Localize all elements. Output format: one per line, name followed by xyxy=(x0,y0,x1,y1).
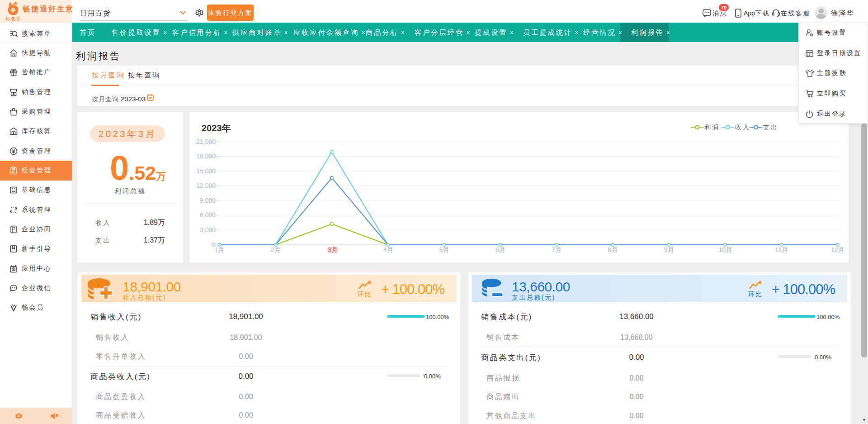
svg-text:6月: 6月 xyxy=(495,246,505,253)
svg-text:3月: 3月 xyxy=(328,246,338,253)
svg-text:12,000: 12,000 xyxy=(196,182,216,189)
svg-text:2月: 2月 xyxy=(271,246,281,253)
svg-text:1月: 1月 xyxy=(214,246,224,253)
svg-text:5月: 5月 xyxy=(439,246,449,253)
svg-text:收入: 收入 xyxy=(735,124,750,131)
svg-text:10月: 10月 xyxy=(718,246,732,253)
svg-text:8月: 8月 xyxy=(608,246,618,253)
svg-text:9月: 9月 xyxy=(664,246,674,253)
svg-text:18,000: 18,000 xyxy=(196,152,216,160)
svg-text:9,000: 9,000 xyxy=(200,197,216,204)
svg-text:11月: 11月 xyxy=(775,246,788,253)
svg-text:7月: 7月 xyxy=(552,246,561,253)
svg-text:15,000: 15,000 xyxy=(196,167,216,175)
svg-text:12月: 12月 xyxy=(831,246,844,253)
svg-text:利润: 利润 xyxy=(704,124,720,131)
svg-text:3,000: 3,000 xyxy=(200,226,216,233)
svg-text:4月: 4月 xyxy=(383,246,393,253)
svg-text:支出: 支出 xyxy=(763,124,778,131)
svg-text:21,000: 21,000 xyxy=(196,138,216,145)
svg-text:6,000: 6,000 xyxy=(200,211,216,219)
svg-text:2023年: 2023年 xyxy=(202,123,231,133)
